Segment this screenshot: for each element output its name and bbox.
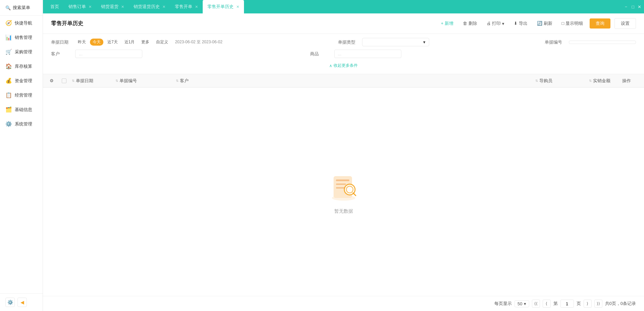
first-page-button[interactable]: ⟨⟨ bbox=[532, 300, 540, 308]
sidebar-item-inventory[interactable]: 🏠 库存核算 bbox=[0, 59, 43, 73]
quick-nav-icon: 🧭 bbox=[5, 20, 12, 26]
order-type-select[interactable]: ▾ bbox=[362, 38, 429, 46]
page-number-input[interactable] bbox=[560, 300, 574, 308]
operation-icon: 📋 bbox=[5, 92, 12, 98]
close-retail-history-icon[interactable]: ✕ bbox=[236, 5, 239, 9]
export-button[interactable]: ⬇ 导出 bbox=[511, 19, 530, 28]
collapse-label: 收起更多条件 bbox=[334, 63, 358, 68]
page-size-select[interactable]: 50 ▾ bbox=[514, 300, 529, 307]
order-no-input[interactable] bbox=[569, 41, 636, 44]
last-page-button[interactable]: ⟩⟩ bbox=[594, 300, 602, 308]
sidebar-search-label: 搜索菜单 bbox=[13, 5, 30, 11]
sidebar-item-basic-info[interactable]: 🗂️ 基础信息 bbox=[0, 102, 43, 117]
th-date-label: 单据日期 bbox=[76, 78, 93, 84]
close-sales-order-icon[interactable]: ✕ bbox=[89, 5, 92, 9]
finance-icon: 💰 bbox=[5, 77, 12, 84]
date-tab-today[interactable]: 今天 bbox=[90, 39, 103, 46]
select-all-checkbox[interactable] bbox=[62, 79, 66, 83]
add-button-label: + 新增 bbox=[441, 20, 453, 27]
settings-form-button[interactable]: 设置 bbox=[614, 18, 636, 29]
sidebar-item-label: 基础信息 bbox=[15, 107, 32, 113]
sidebar-item-sales-mgmt[interactable]: 📊 销售管理 bbox=[0, 30, 43, 45]
print-button[interactable]: 🖨 打印 ▾ bbox=[484, 19, 507, 28]
sidebar-item-operation[interactable]: 📋 经营管理 bbox=[0, 88, 43, 102]
tab-home-label: 首页 bbox=[50, 4, 59, 10]
refresh-button-label: 🔄 刷新 bbox=[537, 20, 552, 27]
tab-sales-order[interactable]: 销售订单 ✕ bbox=[64, 0, 96, 13]
th-amount[interactable]: ⇅ 实销金额 bbox=[573, 78, 613, 84]
collapse-button[interactable]: ◀ bbox=[17, 298, 27, 307]
goods-input[interactable]: ... bbox=[334, 50, 401, 58]
minimize-button[interactable]: － bbox=[624, 4, 628, 10]
date-tab-more[interactable]: 更多 bbox=[139, 39, 152, 46]
next-page-button[interactable]: ⟩ bbox=[584, 300, 592, 308]
customer-input[interactable]: ... bbox=[75, 50, 142, 58]
svg-rect-2 bbox=[336, 179, 349, 181]
delete-button[interactable]: 🗑 删除 bbox=[460, 19, 480, 28]
sidebar-item-finance[interactable]: 💰 资金管理 bbox=[0, 73, 43, 88]
filter-row-2: 客户 ... 商品 ... bbox=[51, 50, 636, 58]
sales-mgmt-icon: 📊 bbox=[5, 34, 12, 41]
collapse-button[interactable]: ∧ 收起更多条件 bbox=[329, 63, 358, 68]
display-detail-button[interactable]: □ 显示明细 bbox=[559, 19, 586, 28]
sidebar-item-label: 系统管理 bbox=[15, 121, 32, 127]
sidebar-item-quick-nav[interactable]: 🧭 快捷导航 bbox=[0, 16, 43, 30]
tab-sales-return[interactable]: 销货退货 ✕ bbox=[96, 0, 129, 13]
close-sales-return-icon[interactable]: ✕ bbox=[121, 5, 124, 9]
close-sales-return-history-icon[interactable]: ✕ bbox=[162, 5, 165, 9]
restore-button[interactable]: □ bbox=[632, 4, 634, 9]
date-tab-yesterday[interactable]: 昨天 bbox=[75, 39, 89, 46]
th-order-no[interactable]: ⇅ 单据编号 bbox=[113, 78, 173, 84]
prev-page-button[interactable]: ⟨ bbox=[543, 300, 551, 308]
th-date[interactable]: ⇅ 单据日期 bbox=[69, 78, 113, 84]
search-icon: 🔍 bbox=[5, 5, 11, 10]
th-guide[interactable]: ⇅ 导购员 bbox=[533, 78, 573, 84]
th-action: 操作 bbox=[613, 78, 640, 84]
table-header: ⚙ ⇅ 单据日期 ⇅ 单据编号 ⇅ 客户 ⇅ 导购员 ⇅ bbox=[43, 74, 644, 88]
total-info: 共0页，0条记录 bbox=[605, 301, 636, 307]
close-button[interactable]: ✕ bbox=[638, 4, 641, 9]
th-amount-sort-icon: ⇅ bbox=[589, 79, 592, 83]
sidebar-menu: 🧭 快捷导航 📊 销售管理 🛒 采购管理 🏠 库存核算 💰 资金管理 📋 经营管… bbox=[0, 16, 43, 293]
collapse-row: ∧ 收起更多条件 bbox=[51, 61, 636, 70]
sidebar-item-label: 库存核算 bbox=[15, 63, 32, 69]
th-action-label: 操作 bbox=[622, 78, 631, 84]
th-customer[interactable]: ⇅ 客户 bbox=[173, 78, 533, 84]
page-size-dropdown-icon: ▾ bbox=[524, 301, 526, 306]
inventory-icon: 🏠 bbox=[5, 63, 12, 69]
tab-sales-order-label: 销售订单 bbox=[68, 4, 86, 10]
sidebar-item-purchase-mgmt[interactable]: 🛒 采购管理 bbox=[0, 45, 43, 59]
purchase-mgmt-icon: 🛒 bbox=[5, 49, 12, 55]
sidebar: 🔍 搜索菜单 🧭 快捷导航 📊 销售管理 🛒 采购管理 🏠 库存核算 💰 资金管… bbox=[0, 0, 43, 311]
tab-home[interactable]: 首页 bbox=[46, 0, 64, 13]
th-settings[interactable]: ⚙ bbox=[47, 78, 59, 83]
top-nav: 首页 销售订单 ✕ 销货退货 ✕ 销货退货历史 ✕ 零售开单 ✕ 零售开单历史 … bbox=[43, 0, 644, 13]
settings-button[interactable]: ⚙️ bbox=[5, 298, 15, 307]
pagination: 每页显示 50 ▾ ⟨⟨ ⟨ 第 页 ⟩ ⟩⟩ 共0页，0条记录 bbox=[43, 296, 644, 311]
tab-retail-open-label: 零售开单 bbox=[175, 4, 192, 10]
tab-retail-history[interactable]: 零售开单历史 ✕ bbox=[203, 0, 244, 13]
add-button[interactable]: + 新增 bbox=[438, 19, 456, 28]
sidebar-item-label: 销售管理 bbox=[15, 35, 32, 41]
date-tab-week[interactable]: 近7天 bbox=[105, 39, 120, 46]
customer-label: 客户 bbox=[51, 51, 71, 57]
tab-sales-return-history[interactable]: 销货退货历史 ✕ bbox=[129, 0, 170, 13]
close-retail-open-icon[interactable]: ✕ bbox=[195, 5, 198, 9]
svg-line-7 bbox=[353, 193, 356, 196]
tab-retail-history-label: 零售开单历史 bbox=[207, 4, 234, 10]
sidebar-search[interactable]: 🔍 搜索菜单 bbox=[0, 0, 43, 16]
th-checkbox[interactable] bbox=[59, 79, 69, 83]
date-tab-custom[interactable]: 自定义 bbox=[153, 39, 171, 46]
empty-text: 暂无数据 bbox=[334, 208, 353, 214]
date-tab-month[interactable]: 近1月 bbox=[122, 39, 138, 46]
filter-area: 单据日期 昨天 今天 近7天 近1月 更多 自定义 2023-06-02 至 2… bbox=[43, 34, 644, 74]
query-button[interactable]: 查询 bbox=[590, 18, 610, 29]
print-dropdown-icon[interactable]: ▾ bbox=[502, 21, 504, 26]
refresh-button[interactable]: 🔄 刷新 bbox=[534, 19, 555, 28]
empty-state: 暂无数据 bbox=[43, 88, 644, 296]
main-content: 首页 销售订单 ✕ 销货退货 ✕ 销货退货历史 ✕ 零售开单 ✕ 零售开单历史 … bbox=[43, 0, 644, 311]
sidebar-item-system[interactable]: ⚙️ 系统管理 bbox=[0, 117, 43, 131]
page-size-value: 50 bbox=[517, 301, 522, 306]
th-order-no-sort-icon: ⇅ bbox=[115, 79, 118, 83]
tab-retail-open[interactable]: 零售开单 ✕ bbox=[170, 0, 203, 13]
